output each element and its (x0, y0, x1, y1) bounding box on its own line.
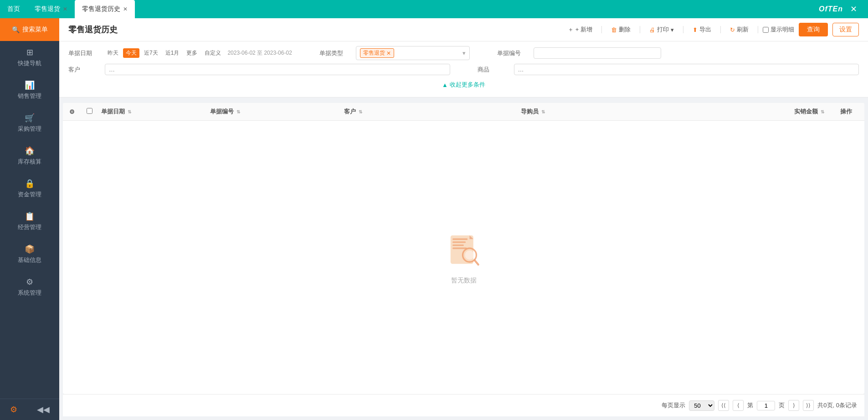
query-label: 查询 (807, 26, 820, 33)
th-customer[interactable]: 客户 ⇅ (340, 108, 517, 116)
refresh-icon: ↻ (730, 26, 735, 33)
sidebar-item-inventory-label: 库存核算 (18, 158, 41, 166)
query-button[interactable]: 查询 (799, 23, 828, 36)
sidebar-item-basic-info[interactable]: 📦 基础信息 (0, 238, 59, 271)
filter-area: 单据日期 昨天 今天 近7天 近1月 更多 自定义 2023-06-02 至 2… (59, 41, 868, 97)
show-detail-checkbox[interactable]: 显示明细 (763, 26, 794, 34)
sidebar-bottom: ⚙ ◀◀ (0, 399, 59, 420)
date-btn-today[interactable]: 今天 (123, 48, 139, 58)
th-date[interactable]: 单据日期 ⇅ (98, 108, 206, 116)
type-filter-label: 单据类型 (319, 49, 347, 57)
delete-button[interactable]: 🗑 删除 (606, 23, 635, 36)
sidebar-gear-button[interactable]: ⚙ (10, 405, 17, 415)
customer-filter-label: 客户 (68, 66, 96, 74)
divider-4 (720, 26, 721, 33)
tab-home-label: 首页 (7, 5, 20, 13)
brand-label: OfTEn (819, 5, 843, 13)
window-close-button[interactable]: ✕ (847, 4, 861, 14)
sidebar-item-operations-label: 经营管理 (18, 223, 41, 231)
top-bar-right: OfTEn ✕ (819, 4, 868, 14)
tab-home[interactable]: 首页 (0, 0, 27, 18)
pagination-prev-button[interactable]: ⟨ (733, 400, 744, 411)
system-icon: ⚙ (26, 277, 33, 287)
svg-line-7 (474, 260, 478, 265)
date-range-display: 2023-06-02 至 2023-06-02 (227, 49, 292, 57)
pagination-page-suffix: 页 (779, 401, 785, 410)
tab-retail-return-history[interactable]: 零售退货历史 ✕ (75, 0, 135, 18)
main-layout: 🔍 搜索菜单 ⊞ 快捷导航 📊 销售管理 🛒 采购管理 🏠 库存核算 🔒 资金管… (0, 18, 868, 420)
export-label: 导出 (699, 26, 711, 34)
show-detail-input[interactable] (763, 27, 769, 33)
type-tag-close[interactable]: ✕ (386, 50, 391, 56)
th-customer-sort-icon: ⇅ (359, 109, 362, 114)
print-icon: 🖨 (649, 26, 655, 33)
divider-2 (640, 26, 640, 33)
th-order-sort-icon: ⇅ (236, 109, 240, 114)
sidebar-item-purchase-label: 采购管理 (18, 125, 41, 133)
sidebar-item-finance[interactable]: 🔒 资金管理 (0, 172, 59, 205)
sidebar-item-inventory[interactable]: 🏠 库存核算 (0, 139, 59, 172)
customer-input[interactable] (105, 64, 450, 75)
th-guide[interactable]: 导购员 ⇅ (517, 108, 652, 116)
new-button[interactable]: ＋ + 新增 (563, 23, 597, 36)
th-check[interactable] (81, 108, 98, 115)
refresh-button[interactable]: ↻ 刷新 (725, 23, 753, 36)
tab-retail-return-history-close[interactable]: ✕ (123, 6, 128, 12)
print-arrow-icon: ▾ (671, 26, 674, 33)
sidebar-item-purchase[interactable]: 🛒 采购管理 (0, 107, 59, 139)
basic-info-icon: 📦 (25, 244, 35, 254)
new-icon: ＋ (568, 26, 574, 34)
new-label: + 新增 (575, 26, 592, 34)
sidebar-item-sales[interactable]: 📊 销售管理 (0, 74, 59, 107)
date-btn-more[interactable]: 更多 (184, 48, 200, 58)
operations-icon: 📋 (25, 211, 35, 221)
date-btn-custom[interactable]: 自定义 (202, 48, 224, 58)
content-area: 零售退货历史 ＋ + 新增 🗑 删除 🖨 打印 ▾ (59, 18, 868, 420)
pagination-total: 共0页, 0条记录 (817, 401, 857, 410)
th-action-label: 操作 (840, 108, 852, 115)
th-order[interactable]: 单据编号 ⇅ (206, 108, 341, 116)
sidebar-item-quick-nav[interactable]: ⊞ 快捷导航 (0, 41, 59, 74)
th-amount[interactable]: 实销金额 ⇅ (736, 108, 828, 116)
settings-button[interactable]: 设置 (832, 23, 859, 36)
svg-point-6 (465, 251, 474, 260)
toolbar: ＋ + 新增 🗑 删除 🖨 打印 ▾ (563, 23, 859, 36)
th-guide-label: 导购员 (521, 108, 539, 115)
goods-input[interactable] (514, 64, 859, 75)
print-button[interactable]: 🖨 打印 ▾ (645, 23, 678, 36)
type-tag[interactable]: 零售退货 ✕ (360, 48, 394, 58)
finance-icon: 🔒 (25, 179, 35, 189)
sidebar-item-operations[interactable]: 📋 经营管理 (0, 205, 59, 238)
page-size-select[interactable]: 50 20 100 (689, 400, 714, 411)
sidebar-item-system[interactable]: ⚙ 系统管理 (0, 271, 59, 303)
th-date-label: 单据日期 (101, 108, 125, 115)
pagination-page-input[interactable] (757, 401, 775, 410)
sidebar: 🔍 搜索菜单 ⊞ 快捷导航 📊 销售管理 🛒 采购管理 🏠 库存核算 🔒 资金管… (0, 18, 59, 420)
divider-3 (683, 26, 683, 33)
sidebar-search[interactable]: 🔍 搜索菜单 (0, 18, 59, 41)
export-icon: ⬆ (693, 26, 698, 33)
pagination-first-button[interactable]: ⟨⟨ (718, 400, 729, 411)
export-button[interactable]: ⬆ 导出 (688, 23, 716, 36)
type-filter-select[interactable]: 零售退货 ✕ ▾ (356, 46, 470, 60)
pagination-last-button[interactable]: ⟩⟩ (803, 400, 814, 411)
svg-rect-4 (452, 247, 467, 249)
date-btn-yesterday[interactable]: 昨天 (105, 48, 121, 58)
collapse-button[interactable]: ▲ 收起更多条件 (442, 81, 485, 89)
th-customer-label: 客户 (344, 108, 356, 115)
filter-row-1: 单据日期 昨天 今天 近7天 近1月 更多 自定义 2023-06-02 至 2… (68, 46, 859, 60)
pagination-next-button[interactable]: ⟩ (788, 400, 799, 411)
tab-retail-return-close[interactable]: ✕ (63, 6, 67, 12)
page-header: 零售退货历史 ＋ + 新增 🗑 删除 🖨 打印 ▾ (59, 18, 868, 41)
search-icon: 🔍 (12, 26, 20, 33)
date-filter-label: 单据日期 (68, 49, 96, 57)
table-header: ⚙ 单据日期 ⇅ 单据编号 ⇅ 客户 ⇅ (63, 103, 864, 121)
select-all-checkbox[interactable] (87, 108, 92, 114)
order-no-input[interactable] (534, 47, 661, 59)
th-settings[interactable]: ⚙ (63, 108, 81, 115)
empty-text: 暂无数据 (451, 277, 477, 285)
tab-retail-return[interactable]: 零售退货 ✕ (27, 0, 75, 18)
date-btn-7days[interactable]: 近7天 (141, 48, 161, 58)
date-btn-1month[interactable]: 近1月 (163, 48, 182, 58)
sidebar-volume-button[interactable]: ◀◀ (37, 405, 50, 415)
